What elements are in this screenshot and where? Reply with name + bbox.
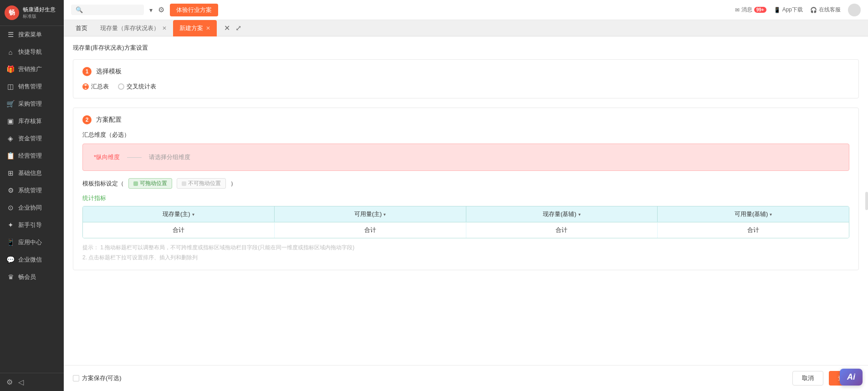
indicator-label-text: 模板指标设定（ bbox=[82, 180, 124, 188]
audio-icon[interactable]: ◁ bbox=[18, 378, 24, 386]
stats-header-row: 现存量(主) ▾ 可用量(主) ▾ 现存量(基辅) ▾ 可用量(基辅) bbox=[83, 206, 849, 222]
message-icon: ✉ bbox=[735, 7, 740, 13]
tips-line-1: 提示： 1.拖动标题栏可以调整布局，不可跨维度或指标区域拖动栏目字段(只能在同一… bbox=[82, 243, 849, 253]
dimension-arrow: —— bbox=[127, 153, 142, 161]
online-service-action[interactable]: 🎧 在线客服 bbox=[810, 6, 841, 14]
sidebar-item-label: 快捷导航 bbox=[18, 48, 42, 56]
ai-badge[interactable]: Ai bbox=[840, 369, 863, 386]
phone-download-icon: 📱 bbox=[774, 7, 781, 13]
search-input[interactable] bbox=[86, 7, 131, 13]
sidebar-item-search-menu[interactable]: ☰ 搜索菜单 bbox=[0, 26, 64, 43]
sidebar-footer: ⚙ ◁ bbox=[0, 373, 64, 391]
tab-close-active-icon[interactable]: ✕ bbox=[206, 25, 210, 31]
stats-col-current-sub[interactable]: 现存量(基辅) ▾ bbox=[466, 206, 658, 222]
dropdown-icon[interactable]: ▾ bbox=[149, 6, 153, 14]
tab-close-icon[interactable]: ✕ bbox=[162, 25, 167, 31]
sidebar-item-marketing[interactable]: 🎁 营销推广 bbox=[0, 61, 64, 78]
radio-cross[interactable]: 交叉统计表 bbox=[118, 82, 156, 91]
chevron-down-icon-0[interactable]: ▾ bbox=[192, 212, 194, 217]
tab-new-plan[interactable]: 新建方案 ✕ bbox=[173, 20, 217, 36]
topbar-search-box[interactable]: 🔍 bbox=[71, 5, 144, 15]
chart-icon: ◫ bbox=[6, 82, 15, 91]
stats-body-cell-2: 合计 bbox=[466, 222, 658, 238]
stats-sub-1: 合计 bbox=[364, 226, 376, 234]
section-1-num: 1 bbox=[82, 67, 92, 76]
home-icon: ⌂ bbox=[6, 48, 15, 56]
message-action[interactable]: ✉ 消息 99+ bbox=[735, 6, 766, 14]
drag-can-label: 可拖动位置 bbox=[140, 180, 167, 187]
main-content: 🔍 ▾ ⚙ 体验行业方案 ✉ 消息 99+ 📱 App下载 🎧 在线客服 首页 bbox=[64, 0, 868, 391]
stats-col-available-main[interactable]: 可用量(主) ▾ bbox=[275, 206, 466, 222]
sidebar-item-business[interactable]: 📋 经营管理 bbox=[0, 147, 64, 165]
sidebar-item-corp[interactable]: ⊙ 企业协同 bbox=[0, 199, 64, 216]
sidebar-item-inventory[interactable]: ▣ 库存核算 bbox=[0, 113, 64, 130]
settings-footer-icon[interactable]: ⚙ bbox=[6, 378, 13, 386]
window-close-icon[interactable]: ✕ bbox=[224, 24, 230, 32]
window-expand-icon[interactable]: ⤢ bbox=[235, 24, 241, 32]
dimension-box[interactable]: *纵向维度 —— 请选择分组维度 bbox=[82, 144, 849, 171]
radio-summary[interactable]: 汇总表 bbox=[82, 82, 109, 91]
gear-icon: ⚙ bbox=[6, 186, 15, 195]
tabbar: 首页 现存量（库存状况表） ✕ 新建方案 ✕ ✕ ⤢ bbox=[64, 20, 868, 36]
message-badge: 99+ bbox=[754, 7, 766, 13]
stats-sub-3: 合计 bbox=[747, 226, 759, 234]
section-2-title: 方案配置 bbox=[96, 116, 122, 124]
message-label: 消息 bbox=[741, 6, 752, 14]
section-1-title: 选择模板 bbox=[96, 67, 122, 76]
avatar[interactable] bbox=[848, 4, 861, 16]
sidebar-nav: ☰ 搜索菜单 ⌂ 快捷导航 🎁 营销推广 ◫ 销售管理 🛒 采购管理 ▣ 库存核… bbox=[0, 26, 64, 373]
sidebar-item-label: 销售管理 bbox=[18, 82, 42, 91]
bag-icon: 🛒 bbox=[6, 100, 15, 108]
chevron-down-icon-1[interactable]: ▾ bbox=[383, 212, 386, 217]
checkbox-box bbox=[73, 375, 79, 381]
stats-body-cell-0: 合计 bbox=[83, 222, 275, 238]
section-2: 2 方案配置 汇总维度（必选） *纵向维度 —— 请选择分组维度 模板指标设定（… bbox=[73, 108, 859, 270]
crown-icon: ♛ bbox=[6, 273, 15, 281]
dimension-placeholder: 请选择分组维度 bbox=[149, 153, 190, 161]
sidebar-item-finance[interactable]: ◈ 资金管理 bbox=[0, 130, 64, 147]
radio-cross-circle bbox=[118, 83, 124, 90]
trial-btn[interactable]: 体验行业方案 bbox=[170, 4, 218, 16]
online-service-label: 在线客服 bbox=[819, 6, 841, 14]
sidebar-item-member[interactable]: ♛ 畅会员 bbox=[0, 268, 64, 286]
sidebar-item-sales[interactable]: ◫ 销售管理 bbox=[0, 78, 64, 95]
sidebar-item-newbie[interactable]: ✦ 新手引导 bbox=[0, 216, 64, 234]
content-area: 现存量(库存状况表)方案设置 1 选择模板 汇总表 交叉统计表 2 bbox=[64, 36, 868, 365]
chevron-down-icon-2[interactable]: ▾ bbox=[578, 212, 581, 217]
indicator-setting: 模板指标设定（ 可拖动位置 不可拖动位置 ） bbox=[82, 178, 849, 189]
settings-icon[interactable]: ⚙ bbox=[158, 5, 164, 14]
sidebar-item-basic-info[interactable]: ⊞ 基础信息 bbox=[0, 165, 64, 182]
section-2-num: 2 bbox=[82, 115, 92, 124]
cancel-button[interactable]: 取消 bbox=[792, 371, 823, 386]
sidebar-item-wechat[interactable]: 💬 企业微信 bbox=[0, 251, 64, 268]
sidebar-item-label: 采购管理 bbox=[18, 100, 42, 108]
tab-inventory-status[interactable]: 现存量（库存状况表） ✕ bbox=[94, 20, 173, 36]
app-download-action[interactable]: 📱 App下载 bbox=[774, 6, 803, 14]
sidebar-item-quick-nav[interactable]: ⌂ 快捷导航 bbox=[0, 43, 64, 61]
gift-icon: 🎁 bbox=[6, 65, 15, 73]
clipboard-icon: 📋 bbox=[6, 152, 15, 160]
stats-sub-0: 合计 bbox=[173, 226, 184, 234]
sidebar-item-label: 营销推广 bbox=[18, 65, 42, 73]
save-checkbox[interactable]: 方案保存(可选) bbox=[73, 374, 122, 382]
resize-handle[interactable] bbox=[865, 192, 868, 210]
folder-icon: ⊞ bbox=[6, 169, 15, 177]
sidebar-item-system[interactable]: ⚙ 系统管理 bbox=[0, 182, 64, 199]
topbar: 🔍 ▾ ⚙ 体验行业方案 ✉ 消息 99+ 📱 App下载 🎧 在线客服 bbox=[64, 0, 868, 20]
stats-col-available-sub[interactable]: 可用量(基辅) ▾ bbox=[658, 206, 849, 222]
section-1: 1 选择模板 汇总表 交叉统计表 bbox=[73, 59, 859, 98]
tab-label: 现存量（库存状况表） bbox=[100, 24, 159, 32]
stats-body-row: 合计 合计 合计 合计 bbox=[83, 222, 849, 238]
sidebar-item-purchase[interactable]: 🛒 采购管理 bbox=[0, 95, 64, 113]
chevron-down-icon-3[interactable]: ▾ bbox=[770, 212, 772, 217]
topbar-actions: ✉ 消息 99+ 📱 App下载 🎧 在线客服 bbox=[735, 4, 861, 16]
tab-home[interactable]: 首页 bbox=[69, 21, 94, 35]
sidebar-item-label: 新手引导 bbox=[18, 221, 42, 229]
sidebar: 畅 畅康通好生意 标准版 ☰ 搜索菜单 ⌂ 快捷导航 🎁 营销推广 ◫ 销售管理… bbox=[0, 0, 64, 391]
stats-body-cell-3: 合计 bbox=[658, 222, 849, 238]
indicator-label-after: ） bbox=[230, 180, 236, 188]
stats-col-current-main[interactable]: 现存量(主) ▾ bbox=[83, 206, 275, 222]
drag-cannot-dot bbox=[182, 181, 186, 186]
stats-table: 现存量(主) ▾ 可用量(主) ▾ 现存量(基辅) ▾ 可用量(基辅) bbox=[82, 206, 849, 238]
sidebar-item-app-center[interactable]: 📱 应用中心 bbox=[0, 234, 64, 251]
